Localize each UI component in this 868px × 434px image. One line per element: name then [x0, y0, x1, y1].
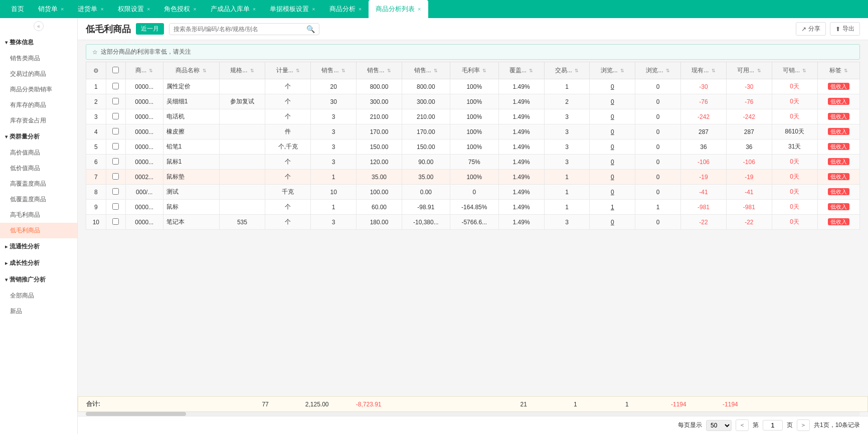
page-size-select[interactable]: 50 20 100	[706, 420, 732, 431]
next-page-button[interactable]: ＞	[797, 419, 810, 431]
row-checkbox[interactable]	[112, 158, 119, 165]
col-coverage[interactable]: 覆盖... ⇅	[498, 62, 544, 79]
sidebar-item-high-value[interactable]: 高价值商品	[0, 145, 77, 161]
cell-checkbox[interactable]	[106, 215, 125, 230]
cell-checkbox[interactable]	[106, 79, 125, 94]
export-button[interactable]: ⬆ 导出	[830, 22, 860, 36]
sidebar-item-low-margin[interactable]: 低毛利商品	[0, 223, 77, 238]
col-sales-price[interactable]: 销售... ⇅	[357, 62, 402, 79]
col-current[interactable]: 现有... ⇅	[681, 62, 727, 79]
sidebar-group-growth[interactable]: ▸ 成长性分析	[0, 255, 77, 271]
row-checkbox[interactable]	[112, 173, 119, 180]
nav-role-auth[interactable]: 角色授权 ×	[157, 0, 203, 18]
alert-icon: ☆	[92, 49, 98, 56]
horizontal-scrollbar[interactable]	[86, 412, 860, 416]
col-code[interactable]: 商... ⇅	[125, 62, 163, 79]
nav-home[interactable]: 首页	[4, 0, 31, 18]
sidebar-group-overall[interactable]: ▾ 整体信息	[0, 34, 77, 51]
col-transaction[interactable]: 交易... ⇅	[544, 62, 590, 79]
nav-purchase-order[interactable]: 进货单 ×	[71, 0, 110, 18]
col-tag[interactable]: 标签 ⇅	[817, 62, 859, 79]
col-gross-margin[interactable]: 毛利率 ⇅	[450, 62, 498, 79]
col-sales-qty[interactable]: 销售... ⇅	[311, 62, 357, 79]
select-all-checkbox[interactable]	[112, 67, 119, 73]
sidebar-item-traded-products[interactable]: 交易过的商品	[0, 66, 77, 82]
nav-close-icon[interactable]: ×	[100, 6, 103, 12]
nav-close-icon[interactable]: ×	[312, 6, 315, 12]
col-spec[interactable]: 规格... ⇅	[219, 62, 265, 79]
cell-checkbox[interactable]	[106, 94, 125, 109]
row-checkbox[interactable]	[112, 128, 119, 134]
cell-browse1[interactable]: 0	[590, 170, 635, 185]
nav-close-icon[interactable]: ×	[147, 6, 150, 12]
cell-gross-margin: 75%	[450, 155, 498, 170]
cell-checkbox[interactable]	[106, 200, 125, 215]
col-browse1[interactable]: 浏览... ⇅	[590, 62, 635, 79]
nav-close-icon[interactable]: ×	[359, 6, 362, 12]
cell-checkbox[interactable]	[106, 109, 125, 124]
col-checkbox[interactable]	[106, 62, 125, 79]
row-checkbox[interactable]	[112, 218, 119, 225]
row-checkbox[interactable]	[112, 83, 119, 89]
row-checkbox[interactable]	[112, 188, 119, 195]
sidebar-item-low-coverage[interactable]: 低覆盖度商品	[0, 192, 77, 207]
nav-product-stock[interactable]: 产成品入库单 ×	[204, 0, 263, 18]
nav-sales-order[interactable]: 销货单 ×	[31, 0, 71, 18]
col-unit[interactable]: 计量... ⇅	[265, 62, 311, 79]
nav-permission[interactable]: 权限设置 ×	[111, 0, 157, 18]
sidebar-item-category-rate[interactable]: 商品分类助销率	[0, 82, 77, 97]
col-name[interactable]: 商品名称 ⇅	[163, 62, 219, 79]
nav-product-analysis-list[interactable]: 商品分析列表 ×	[369, 0, 428, 18]
sidebar-item-stock-capital[interactable]: 库存资金占用	[0, 113, 77, 128]
date-filter-button[interactable]: 近一月	[136, 23, 164, 35]
cell-browse1[interactable]: 0	[590, 155, 635, 170]
col-saleable[interactable]: 可销... ⇅	[772, 62, 817, 79]
cell-browse1[interactable]: 0	[590, 94, 635, 109]
sidebar-collapse-btn[interactable]: «	[34, 21, 44, 31]
cell-checkbox[interactable]	[106, 155, 125, 170]
row-checkbox[interactable]	[112, 203, 119, 210]
sidebar-item-high-coverage[interactable]: 高覆盖度商品	[0, 176, 77, 192]
prev-page-button[interactable]: ＜	[736, 419, 749, 431]
col-browse2[interactable]: 浏览... ⇅	[635, 62, 681, 79]
scrollbar-thumb[interactable]	[86, 412, 186, 416]
nav-product-analysis[interactable]: 商品分析 ×	[322, 0, 369, 18]
cell-browse1[interactable]: 0	[590, 109, 635, 124]
sidebar-group-cluster[interactable]: ▾ 类群量分析	[0, 128, 77, 145]
sidebar-item-all-products[interactable]: 全部商品	[0, 288, 77, 304]
sort-icon: ⇅	[529, 68, 533, 73]
cell-browse1[interactable]: 1	[590, 200, 635, 215]
nav-close-icon[interactable]: ×	[418, 6, 421, 12]
cell-browse1[interactable]: 0	[590, 139, 635, 155]
sidebar-item-new-products[interactable]: 新品	[0, 304, 77, 319]
row-checkbox[interactable]	[112, 98, 119, 104]
search-input[interactable]	[173, 26, 304, 33]
cell-browse1[interactable]: 0	[590, 124, 635, 139]
col-sales-amount[interactable]: 销售... ⇅	[402, 62, 450, 79]
sidebar-group-marketing[interactable]: ▾ 营销推广分析	[0, 271, 77, 288]
cell-browse1[interactable]: 0	[590, 215, 635, 230]
nav-close-icon[interactable]: ×	[193, 6, 196, 12]
row-checkbox[interactable]	[112, 143, 119, 150]
cell-browse1[interactable]: 0	[590, 185, 635, 200]
row-checkbox[interactable]	[112, 113, 119, 119]
cell-checkbox[interactable]	[106, 139, 125, 155]
sidebar-item-stock-products[interactable]: 有库存的商品	[0, 97, 77, 113]
col-available[interactable]: 可用... ⇅	[726, 62, 772, 79]
cell-checkbox[interactable]	[106, 170, 125, 185]
sidebar-item-sales-products[interactable]: 销售类商品	[0, 51, 77, 66]
sidebar-group-circulation[interactable]: ▸ 流通性分析	[0, 238, 77, 255]
cell-available: -106	[726, 155, 772, 170]
cell-gross-margin: 100%	[450, 170, 498, 185]
share-button[interactable]: ↗ 分享	[796, 22, 826, 36]
nav-template-settings[interactable]: 单据模板设置 ×	[263, 0, 322, 18]
nav-close-icon[interactable]: ×	[61, 6, 64, 12]
cell-browse1[interactable]: 0	[590, 79, 635, 94]
nav-close-icon[interactable]: ×	[253, 6, 256, 12]
cell-checkbox[interactable]	[106, 124, 125, 139]
cell-checkbox[interactable]	[106, 185, 125, 200]
sidebar-item-high-margin[interactable]: 高毛利商品	[0, 207, 77, 223]
sidebar-item-low-value[interactable]: 低价值商品	[0, 161, 77, 176]
page-number-input[interactable]	[763, 420, 783, 430]
col-settings[interactable]: ⚙	[86, 62, 106, 79]
